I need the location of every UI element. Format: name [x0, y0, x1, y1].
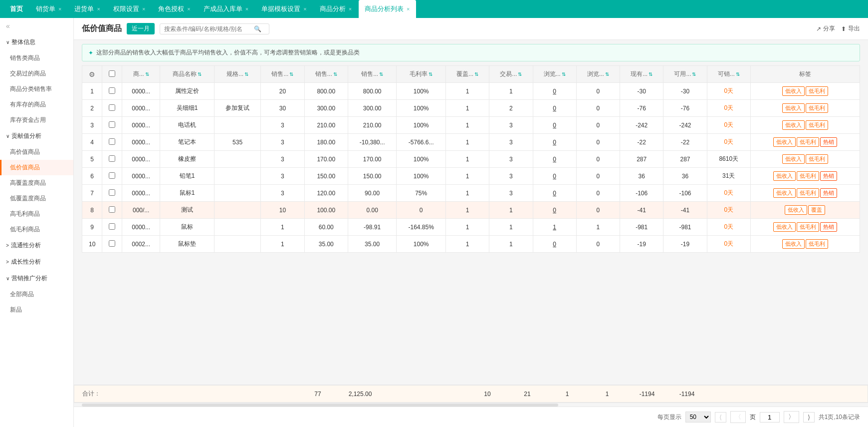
- sidebar-item-low-value[interactable]: 低价值商品: [0, 160, 73, 175]
- nav-sales-order[interactable]: 销货单×: [30, 0, 67, 18]
- row-checkbox[interactable]: [109, 104, 115, 111]
- cell-checkbox[interactable]: [102, 117, 122, 134]
- sort-available[interactable]: ⇅: [692, 71, 696, 77]
- sort-views2[interactable]: ⇅: [605, 71, 609, 77]
- sidebar-item-high-coverage[interactable]: 高覆盖度商品: [0, 175, 73, 191]
- sidebar-item-category-sales-rate[interactable]: 商品分类销售率: [0, 81, 73, 97]
- nav-product-analysis[interactable]: 商品分析×: [314, 0, 358, 18]
- views1-link[interactable]: 0: [553, 156, 556, 163]
- sidebar-section-circulation[interactable]: > 流通性分析: [0, 237, 73, 254]
- nav-role-auth[interactable]: 角色授权×: [152, 0, 196, 18]
- sort-sales-qty[interactable]: ⇅: [289, 71, 293, 77]
- next-page-button[interactable]: 〉: [784, 411, 799, 423]
- per-page-select[interactable]: 50 100 200: [685, 412, 711, 423]
- nav-close-template[interactable]: ×: [303, 6, 306, 12]
- nav-close-analysis[interactable]: ×: [349, 6, 352, 12]
- sidebar-item-all-products[interactable]: 全部商品: [0, 287, 73, 302]
- row-checkbox[interactable]: [109, 206, 115, 213]
- nav-purchase-order[interactable]: 进货单×: [68, 0, 106, 18]
- col-settings[interactable]: ⚙: [82, 66, 102, 83]
- views1-link[interactable]: 0: [553, 241, 556, 248]
- cell-checkbox[interactable]: [102, 236, 122, 253]
- row-checkbox[interactable]: [109, 223, 115, 230]
- cell-checkbox[interactable]: [102, 100, 122, 117]
- cell-checkbox[interactable]: [102, 168, 122, 185]
- sidebar-section-growth[interactable]: > 成长性分析: [0, 254, 73, 270]
- cell-views1[interactable]: 0: [533, 168, 576, 185]
- nav-close-warehousing[interactable]: ×: [245, 6, 248, 12]
- views1-link[interactable]: 0: [553, 122, 556, 129]
- nav-product-warehousing[interactable]: 产成品入库单×: [198, 0, 254, 18]
- search-icon[interactable]: 🔍: [254, 25, 261, 32]
- views1-link[interactable]: 0: [553, 139, 556, 146]
- prev-page-button[interactable]: 〈: [730, 411, 746, 423]
- sort-spec[interactable]: ⇅: [244, 71, 248, 77]
- cell-views1[interactable]: 1: [533, 219, 576, 236]
- share-button[interactable]: ↗ 分享: [816, 24, 835, 33]
- sort-name[interactable]: ⇅: [198, 71, 202, 77]
- nav-product-analysis-list[interactable]: 商品分析列表×: [359, 0, 416, 18]
- cell-checkbox[interactable]: [102, 219, 122, 236]
- sidebar-section-marketing[interactable]: ∨ 营销推广分析: [0, 270, 73, 287]
- cell-views1[interactable]: 0: [533, 117, 576, 134]
- views1-link[interactable]: 0: [553, 190, 556, 197]
- row-checkbox[interactable]: [109, 240, 115, 247]
- nav-home[interactable]: 首页: [4, 0, 29, 18]
- cell-views1[interactable]: 0: [533, 134, 576, 151]
- sort-coverage[interactable]: ⇅: [474, 71, 478, 77]
- first-page-button[interactable]: ⟨: [715, 412, 726, 423]
- views1-link[interactable]: 0: [553, 173, 556, 180]
- cell-views1[interactable]: 0: [533, 151, 576, 168]
- cell-views1[interactable]: 0: [533, 236, 576, 253]
- row-checkbox[interactable]: [109, 189, 115, 196]
- views1-link[interactable]: 0: [553, 207, 556, 214]
- cell-checkbox[interactable]: [102, 185, 122, 202]
- sort-views1[interactable]: ⇅: [562, 71, 566, 77]
- nav-close-sales[interactable]: ×: [58, 6, 61, 12]
- sidebar-item-low-margin[interactable]: 低毛利商品: [0, 222, 73, 237]
- period-button[interactable]: 近一月: [127, 23, 155, 34]
- nav-permission-settings[interactable]: 权限设置×: [107, 0, 151, 18]
- nav-template-settings[interactable]: 单据模板设置×: [255, 0, 312, 18]
- sort-sellable[interactable]: ⇅: [736, 71, 740, 77]
- sort-transactions[interactable]: ⇅: [518, 71, 522, 77]
- cell-checkbox[interactable]: [102, 202, 122, 219]
- nav-close-permission[interactable]: ×: [142, 6, 145, 12]
- row-checkbox[interactable]: [109, 155, 115, 162]
- views1-link[interactable]: 0: [553, 88, 556, 95]
- cell-views1[interactable]: 0: [533, 185, 576, 202]
- sidebar-collapse-button[interactable]: «: [0, 18, 73, 34]
- cell-checkbox[interactable]: [102, 151, 122, 168]
- sort-code[interactable]: ⇅: [145, 71, 149, 77]
- row-checkbox[interactable]: [109, 87, 115, 94]
- settings-icon[interactable]: ⚙: [89, 70, 95, 78]
- cell-checkbox[interactable]: [102, 134, 122, 151]
- table-container[interactable]: ⚙ 商...⇅ 商品名称⇅ 规格...⇅ 销售...⇅ 销售...⇅ 销售...…: [74, 65, 868, 385]
- cell-views1[interactable]: 0: [533, 100, 576, 117]
- sort-sales-cost[interactable]: ⇅: [379, 71, 383, 77]
- sidebar-item-low-coverage[interactable]: 低覆盖度商品: [0, 191, 73, 206]
- search-input[interactable]: [164, 25, 254, 32]
- select-all-checkbox[interactable]: [109, 70, 115, 77]
- export-button[interactable]: ⬆ 导出: [841, 24, 860, 33]
- sidebar-section-overall[interactable]: ∨ 整体信息: [0, 34, 73, 50]
- sidebar-item-new-products[interactable]: 新品: [0, 302, 73, 318]
- col-checkbox[interactable]: [102, 66, 122, 83]
- sidebar-item-stocked-products[interactable]: 有库存的商品: [0, 97, 73, 112]
- row-checkbox[interactable]: [109, 138, 115, 145]
- last-page-button[interactable]: ⟩: [803, 412, 815, 423]
- nav-close-analysis-list[interactable]: ×: [407, 6, 410, 12]
- sort-sales-amount[interactable]: ⇅: [333, 71, 337, 77]
- row-checkbox[interactable]: [109, 121, 115, 128]
- sidebar-item-high-value[interactable]: 高价值商品: [0, 144, 73, 160]
- cell-checkbox[interactable]: [102, 83, 122, 100]
- views1-link[interactable]: 0: [553, 105, 556, 112]
- page-input[interactable]: [760, 412, 780, 423]
- cell-views1[interactable]: 0: [533, 83, 576, 100]
- sidebar-section-contribution[interactable]: ∨ 贡献值分析: [0, 128, 73, 144]
- sidebar-item-inventory-capital[interactable]: 库存资金占用: [0, 112, 73, 128]
- sidebar-item-high-margin[interactable]: 高毛利商品: [0, 206, 73, 222]
- row-checkbox[interactable]: [109, 172, 115, 179]
- sidebar-item-sales-products[interactable]: 销售类商品: [0, 50, 73, 66]
- sidebar-item-traded-products[interactable]: 交易过的商品: [0, 66, 73, 81]
